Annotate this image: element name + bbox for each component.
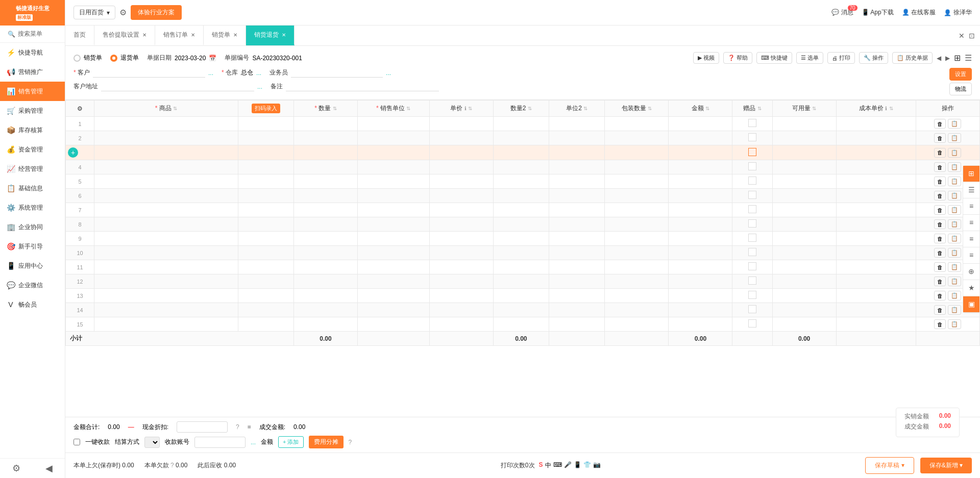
tab-sale-price[interactable]: 售价提取设置 ✕ [94,26,155,45]
row-2-qty[interactable] [293,131,357,145]
row-3-unit2[interactable] [549,145,605,160]
sidebar-item-finance[interactable]: 💰 资金管理 [0,140,65,159]
select-btn[interactable]: ☰ 选单 [796,52,823,64]
table-view-icon[interactable]: ⊞ [954,53,961,63]
gift-checkbox-1[interactable] [748,119,756,127]
industry-dropdown[interactable]: 日用百货 ▾ [74,6,115,19]
tab-sale-return-close[interactable]: ✕ [282,32,286,38]
row-9-delete-btn[interactable]: 🗑 [934,234,946,243]
owe-hint[interactable]: ? [170,462,174,469]
gift-checkbox-3[interactable] [748,148,756,156]
tool-icon-6[interactable]: 📷 [593,461,601,470]
row-1-qty[interactable] [293,117,357,131]
question-discount-icon[interactable]: ? [236,423,239,431]
row-5-copy-btn[interactable]: 📋 [948,177,961,186]
calc-method-select[interactable] [144,437,160,448]
sidebar-item-sales[interactable]: 📊 销售管理 [0,82,65,101]
cost-price-info-icon[interactable]: ℹ [885,106,887,111]
online-service[interactable]: 👤 在线客服 [902,8,936,17]
gift-checkbox-10[interactable] [748,248,756,256]
row-12-delete-btn[interactable]: 🗑 [934,276,946,286]
sidebar-item-purchase[interactable]: 🛒 采购管理 [0,101,65,120]
gift-checkbox-6[interactable] [748,191,756,199]
col-gear[interactable]: ⚙ [66,100,94,117]
message-badge[interactable]: 💬 70 消息 [831,8,853,17]
unit-price-sort-icon[interactable]: ⇅ [468,106,472,111]
tool-icon-2[interactable]: ⌨ [553,461,562,470]
gift-checkbox-12[interactable] [748,276,756,285]
sidebar-item-operations[interactable]: 📈 经营管理 [0,159,65,179]
gift-checkbox-14[interactable] [748,305,756,313]
row-1-delete-btn[interactable]: 🗑 [934,119,946,129]
tool-icon-5[interactable]: 👕 [583,461,591,470]
row-10-copy-btn[interactable]: 📋 [948,248,961,258]
row-2-gift[interactable] [732,131,772,145]
pkg-qty-sort-icon[interactable]: ⇅ [648,106,652,111]
row-add-btn-cell[interactable]: + [66,145,94,160]
right-btn-6[interactable]: ★ [963,280,979,296]
row-2-pkg-qty[interactable] [605,131,669,145]
operation-btn[interactable]: 🔧 操作 [859,52,888,64]
row-2-copy-btn[interactable]: 📋 [948,133,961,143]
table-view-btn[interactable]: ⊞ [963,166,979,182]
gift-sort-icon[interactable]: ⇅ [757,106,762,111]
nav-next[interactable]: ▶ [945,55,950,62]
save-dropdown-icon[interactable]: ▾ [960,462,963,469]
row-2-unit2[interactable] [549,131,605,145]
help-btn[interactable]: ❓ 帮助 [723,52,752,64]
gift-checkbox-9[interactable] [748,234,756,242]
salesperson-input[interactable] [291,68,383,78]
product-sort-icon[interactable]: ⇅ [173,106,177,111]
cost-price-sort-icon[interactable]: ⇅ [889,106,893,111]
gift-checkbox-13[interactable] [748,291,756,299]
logistics-side-btn[interactable]: 物流 [949,83,972,95]
row-1-cost-price[interactable] [836,117,916,131]
history-btn[interactable]: 📋 历史单据 [892,52,933,64]
row-2-amount[interactable] [669,131,732,145]
sidebar-item-inventory[interactable]: 📦 库存核算 [0,120,65,140]
row-1-copy-btn[interactable]: 📋 [948,119,961,129]
row-1-available[interactable] [772,117,836,131]
calendar-icon[interactable]: 📅 [209,55,216,62]
row-14-copy-btn[interactable]: 📋 [948,305,961,315]
row-5-delete-btn[interactable]: 🗑 [934,177,946,186]
sidebar-item-shortcuts[interactable]: ⚡ 快捷导航 [0,43,65,62]
row-3-gift[interactable] [732,145,772,160]
salesperson-select-btn[interactable]: ... [386,69,391,77]
split-question-icon[interactable]: ? [349,439,352,446]
setting-side-btn[interactable]: 设置 [949,68,972,81]
row-7-copy-btn[interactable]: 📋 [948,205,961,215]
tab-close-all[interactable]: ✕ [959,32,965,40]
row-3-amount[interactable] [669,145,732,160]
address-input[interactable] [101,82,254,91]
row-9-copy-btn[interactable]: 📋 [948,234,961,243]
row-3-unit-price[interactable] [429,145,493,160]
row-3-copy-btn[interactable]: 📋 [948,148,961,158]
gift-checkbox-5[interactable] [748,177,756,185]
sidebar-item-guide[interactable]: 🎯 新手引导 [0,237,65,256]
row-2-product[interactable] [94,131,238,145]
gift-checkbox-11[interactable] [748,262,756,270]
gift-checkbox-8[interactable] [748,219,756,228]
warehouse-select-btn[interactable]: ... [256,69,261,77]
app-download[interactable]: 📱 App下载 [862,8,894,17]
add-row-btn[interactable]: + [68,147,78,158]
user-profile[interactable]: 👤 徐泽华 [944,8,972,17]
row-3-product[interactable] [94,145,238,160]
row-1-unit2[interactable] [549,117,605,131]
row-2-cost-price[interactable] [836,131,916,145]
save-draft-btn[interactable]: 保存草稿 ▾ [865,457,914,474]
tab-sale-delivery-close[interactable]: ✕ [233,32,237,38]
customer-input[interactable] [93,68,205,78]
row-1-gift[interactable] [732,117,772,131]
right-btn-active[interactable]: ▣ [963,296,979,313]
row-15-delete-btn[interactable]: 🗑 [934,319,946,329]
tab-sale-order[interactable]: 销售订单 ✕ [155,26,204,45]
row-2-delete-btn[interactable]: 🗑 [934,133,946,143]
right-btn-4[interactable]: ≡ [963,247,979,264]
sidebar-item-enterprise[interactable]: 🏢 企业协同 [0,217,65,237]
row-3-product-input[interactable] [96,149,235,157]
row-1-amount[interactable] [669,117,732,131]
draft-dropdown-icon[interactable]: ▾ [901,462,904,469]
add-fee-btn[interactable]: + 添加 [278,436,303,448]
